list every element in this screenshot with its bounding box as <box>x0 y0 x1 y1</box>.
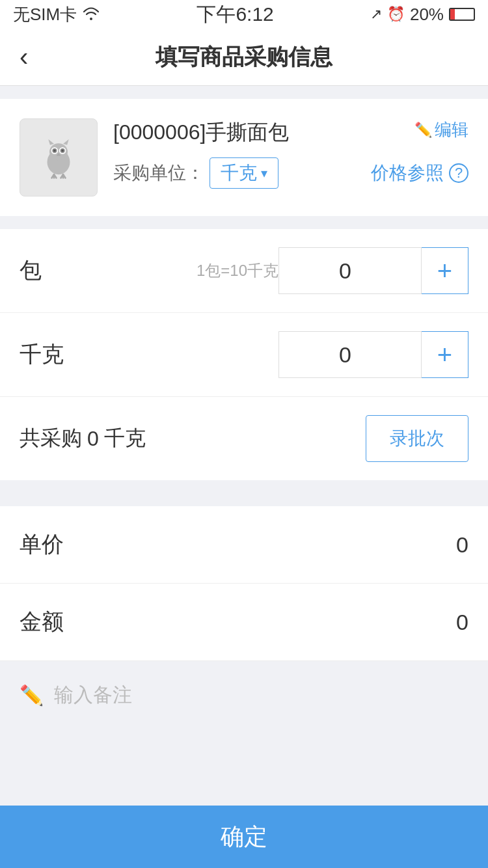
unit-price-row: 单价 0 <box>0 506 488 584</box>
total-unit: 千克 <box>104 424 146 453</box>
status-left: 无SIM卡 <box>13 3 100 26</box>
status-time: 下午6:12 <box>197 1 273 28</box>
product-card: [0000006]手撕面包 ✏️ 编辑 采购单位： 千克 ▾ 价格参照 ? <box>0 99 488 216</box>
page-title: 填写商品采购信息 <box>59 42 429 72</box>
battery-pct: 20% <box>410 5 444 25</box>
edit-button[interactable]: ✏️ 编辑 <box>414 118 468 141</box>
carrier-text: 无SIM卡 <box>13 3 77 26</box>
price-ref-question-icon: ? <box>449 163 468 183</box>
section-divider-2 <box>0 480 488 493</box>
bao-plus-button[interactable]: + <box>422 247 468 294</box>
kg-row: 千克 + <box>0 313 488 397</box>
product-name: [0000006]手撕面包 <box>113 118 289 147</box>
confirm-button[interactable]: 确定 <box>0 806 488 868</box>
svg-point-8 <box>61 150 64 152</box>
total-qty: 0 <box>87 427 99 451</box>
total-prefix: 共采购 <box>20 424 82 453</box>
unit-price-value: 0 <box>456 532 468 558</box>
svg-point-5 <box>53 150 56 152</box>
bao-qty-wrap: + <box>278 247 468 294</box>
pencil-icon: ✏️ <box>20 684 44 707</box>
bao-label: 包 <box>20 256 191 286</box>
kg-label: 千克 <box>20 340 278 370</box>
product-thumbnail <box>20 118 98 197</box>
confirm-label: 确定 <box>221 821 267 853</box>
price-section: 单价 0 金额 0 <box>0 506 488 661</box>
bao-sub-label: 1包=10千克 <box>197 260 278 281</box>
input-section: 包 1包=10千克 + 千克 + <box>0 229 488 397</box>
product-info: [0000006]手撕面包 ✏️ 编辑 采购单位： 千克 ▾ 价格参照 ? <box>113 118 468 189</box>
unit-label: 采购单位： <box>113 161 204 185</box>
remark-placeholder: 输入备注 <box>54 682 132 709</box>
amount-row: 金额 0 <box>0 584 488 661</box>
status-right: ↗ ⏰ 20% <box>370 5 475 25</box>
chevron-down-icon: ▾ <box>261 165 267 181</box>
amount-label: 金额 <box>20 607 64 637</box>
nav-bar: ‹ 填写商品采购信息 <box>0 29 488 86</box>
remark-section[interactable]: ✏️ 输入备注 <box>0 662 488 728</box>
wifi-icon <box>82 5 100 25</box>
amount-value: 0 <box>456 610 468 635</box>
alarm-icon: ⏰ <box>387 6 405 23</box>
section-divider-1 <box>0 216 488 229</box>
record-batch-button[interactable]: 录批次 <box>366 415 468 462</box>
back-button[interactable]: ‹ <box>20 42 59 72</box>
kg-qty-wrap: + <box>278 331 468 378</box>
kg-qty-input[interactable] <box>278 331 422 378</box>
total-row: 共采购 0 千克 录批次 <box>0 397 488 480</box>
price-ref-button[interactable]: 价格参照 ? <box>371 161 468 185</box>
unit-dropdown[interactable]: 千克 ▾ <box>210 157 278 189</box>
location-icon: ↗ <box>370 6 382 23</box>
kg-plus-button[interactable]: + <box>422 331 468 378</box>
bao-row: 包 1包=10千克 + <box>0 229 488 313</box>
battery-icon <box>449 8 475 21</box>
unit-price-label: 单价 <box>20 530 64 560</box>
status-bar: 无SIM卡 下午6:12 ↗ ⏰ 20% <box>0 0 488 29</box>
bao-qty-input[interactable] <box>278 247 422 294</box>
